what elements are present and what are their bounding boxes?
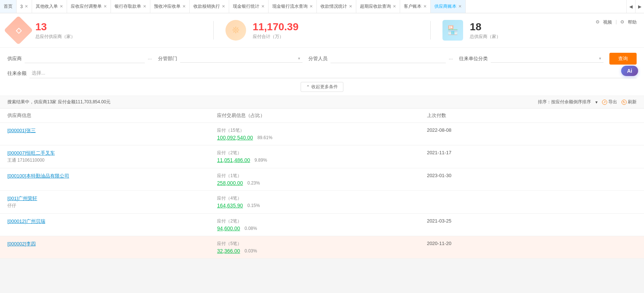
result-actions: 排序：按应付余额倒序排序 ▾ ↗ 导出 ↻ 刷新: [538, 99, 637, 105]
balance-select-text: 选择...: [32, 70, 632, 76]
last-pay-3: 2023-01-30: [427, 173, 452, 178]
export-button[interactable]: ↗ 导出: [602, 99, 617, 105]
help-link[interactable]: 帮助: [628, 19, 637, 25]
tab-advance-collect[interactable]: 预收冲应收单 ✕: [150, 0, 190, 13]
trans-pct-5: 0.08%: [245, 226, 257, 231]
trans-amount-3[interactable]: 258,000.00: [217, 180, 243, 186]
supplier-link-6[interactable]: [000002]李四: [7, 241, 217, 247]
diamond-inner-icon: ◇: [16, 26, 21, 35]
close-icon[interactable]: ✕: [104, 4, 107, 9]
supplier-link-5[interactable]: [000012]广州贝瑞: [7, 218, 217, 225]
main-content: ◇ 13 总应付供应商（家） ❊ 11,170.39 应付合计（万） 🏪: [0, 13, 644, 293]
filter-row-2: 往来余额 选择... ▾: [7, 68, 637, 78]
tab-overdue-query[interactable]: 超期应收款查询 ✕: [356, 0, 400, 13]
close-icon[interactable]: ✕: [393, 4, 396, 9]
trans-amount-4[interactable]: 164,635.90: [217, 203, 243, 208]
nav-next-arrow[interactable]: ▶: [635, 0, 644, 13]
tab-cash-bank-stats[interactable]: 现金银行统计 ✕: [229, 0, 269, 13]
stat-number-3: 18: [470, 21, 501, 33]
trans-cell-4: 应付（4笔） 164,635.90 0.15%: [217, 195, 427, 208]
supplier-dots-icon[interactable]: ···: [148, 56, 152, 62]
last-pay-6: 2020-11-20: [427, 241, 452, 246]
tab-overdue-query-label: 超期应收款查询: [360, 3, 391, 10]
person-dots-icon[interactable]: ···: [449, 56, 453, 62]
category-select[interactable]: ▾: [491, 55, 604, 63]
close-icon[interactable]: ✕: [143, 4, 146, 9]
supplier-input[interactable]: [25, 54, 145, 63]
tab-3-label: 3: [20, 4, 23, 9]
nav-prev-arrow[interactable]: ◀: [626, 0, 635, 13]
tab-customer-ledger[interactable]: 客户账本 ✕: [400, 0, 431, 13]
tab-receipt-verify-label: 收款核销执行: [193, 3, 220, 10]
tab-cash-flow-query-label: 现金银行流水查询: [272, 3, 308, 10]
result-bar: 搜索结果中，供应商13家 应付金额111,703,854.00元 排序：按应付余…: [0, 96, 644, 108]
search-button[interactable]: 查询: [609, 53, 637, 65]
balance-select[interactable]: 选择... ▾: [29, 68, 637, 78]
tab-supplier-ledger[interactable]: 供应商账本 ✕: [431, 0, 466, 13]
tab-receipt-stats[interactable]: 收款情况统计 ✕: [317, 0, 356, 13]
stat-block-1: ◇ 13 总应付供应商（家）: [7, 19, 202, 41]
table-header: 供应商信息 应付交易信息（占比） 上次付数: [0, 108, 644, 123]
supplier-link-1[interactable]: [000001]张三: [7, 127, 217, 134]
sort-label[interactable]: 排序：按应付余额倒序排序: [538, 99, 591, 105]
close-icon[interactable]: ✕: [458, 4, 462, 9]
refresh-button[interactable]: ↻ 刷新: [622, 99, 637, 105]
tab-other-income[interactable]: 其他收入单 ✕: [32, 0, 67, 13]
video-icon: ⊙: [596, 19, 599, 25]
close-icon[interactable]: ✕: [349, 4, 352, 9]
nav-arrows: ◀ ▶: [626, 0, 644, 13]
stat-divider-2: [430, 21, 431, 39]
close-icon[interactable]: ✕: [60, 4, 63, 9]
trans-cell-6: 应付（5笔） 32,366.00 0.03%: [217, 241, 427, 254]
close-icon[interactable]: ✕: [309, 4, 313, 9]
stat-content-1: 13 总应付供应商（家）: [35, 21, 75, 40]
tab-advance-collect-label: 预收冲应收单: [154, 3, 181, 10]
supplier-link-3[interactable]: [000100]本特勤油品有限公司: [7, 173, 217, 179]
trans-amount-6[interactable]: 32,366.00: [217, 248, 240, 254]
dept-select[interactable]: ▾: [180, 55, 303, 63]
filter-person: 分管人员 ···: [308, 54, 453, 63]
help-icon: ⊙: [620, 19, 624, 25]
dept-label: 分管部门: [158, 55, 177, 62]
tab-receipt-verify[interactable]: 收款核销执行 ✕: [190, 0, 229, 13]
ai-button[interactable]: Ai: [621, 66, 638, 76]
filter-supplier: 供应商 ···: [7, 54, 152, 63]
refresh-icon-inner: ↻: [623, 100, 626, 104]
close-icon[interactable]: ✕: [25, 4, 28, 9]
person-input[interactable]: [330, 54, 446, 63]
tab-home[interactable]: 首页: [0, 0, 17, 13]
col-trans-info: 应付交易信息（占比）: [217, 112, 427, 119]
trans-amount-5[interactable]: 94,600.00: [217, 225, 240, 231]
close-icon[interactable]: ✕: [222, 4, 225, 9]
supplier-cell-1: [000001]张三: [7, 127, 217, 134]
video-link[interactable]: 视频: [603, 19, 612, 25]
supplier-link-4[interactable]: [001]广州荣轩: [7, 195, 217, 202]
sort-chevron-icon: ▾: [595, 100, 598, 105]
grain-icon: ❊: [225, 20, 246, 41]
trans-label-2: 应付（2笔）: [217, 150, 427, 156]
tab-bank-deposit-label: 银行存取款单: [115, 3, 141, 10]
supplier-cell-6: [000002]李四: [7, 241, 217, 247]
supplier-link-2[interactable]: [000007]恒旺二手叉车: [7, 150, 217, 156]
stat-icon-grain: ❊: [225, 19, 247, 41]
close-icon[interactable]: ✕: [182, 4, 186, 9]
trans-amount-1[interactable]: 100,092,540.00: [217, 135, 253, 141]
data-table: 供应商信息 应付交易信息（占比） 上次付数 [000001]张三 应付（15笔）…: [0, 108, 644, 259]
last-pay-1: 2022-08-08: [427, 127, 452, 133]
tab-bank-deposit[interactable]: 银行存取款单 ✕: [111, 0, 150, 13]
tab-cash-flow-query[interactable]: 现金银行流水查询 ✕: [269, 0, 317, 13]
tab-3[interactable]: 3 ✕: [17, 0, 32, 13]
tab-ar-ap-adjust[interactable]: 应收应付调整单 ✕: [67, 0, 111, 13]
result-summary: 搜索结果中，供应商13家 应付金额111,703,854.00元: [7, 99, 111, 105]
balance-label: 往来余额: [7, 70, 27, 77]
tab-home-label: 首页: [4, 3, 13, 10]
trans-amount-2[interactable]: 11,051,486.00: [217, 157, 250, 163]
trans-cell-1: 应付（15笔） 100,092,540.00 89.61%: [217, 127, 427, 141]
collapse-button[interactable]: ⌃ 收起更多条件: [301, 82, 343, 92]
close-icon[interactable]: ✕: [261, 4, 265, 9]
last-pay-cell-2: 2021-11-17: [427, 150, 637, 155]
close-icon[interactable]: ✕: [423, 4, 427, 9]
supplier-cell-4: [001]广州荣轩 仔仔: [7, 195, 217, 209]
last-pay-5: 2021-03-25: [427, 218, 452, 224]
tab-ar-ap-adjust-label: 应收应付调整单: [71, 3, 102, 10]
